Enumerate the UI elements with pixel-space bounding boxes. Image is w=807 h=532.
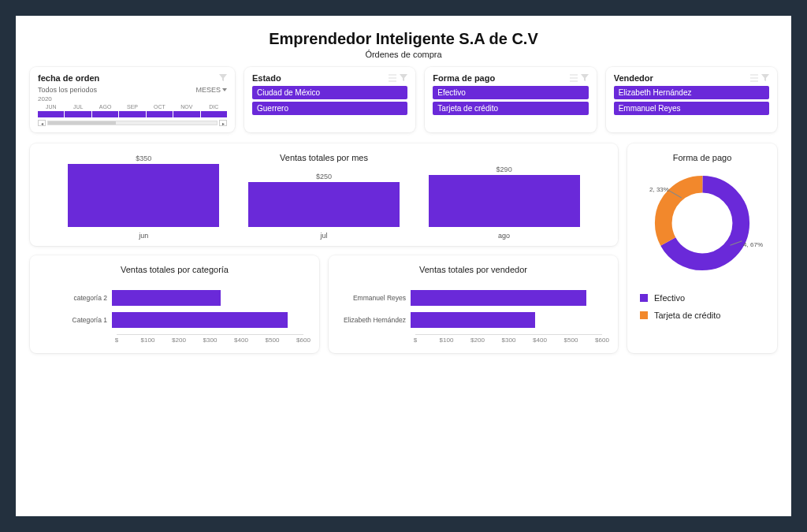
bar-rect	[248, 182, 400, 227]
filter-title: fecha de orden	[38, 73, 99, 83]
axis-tick: $100	[440, 337, 454, 344]
filter-value-pill[interactable]: Emmanuel Reyes	[614, 102, 769, 115]
hbar-rect	[411, 312, 535, 328]
hbar-label: Elizabeth Hernández	[340, 316, 411, 324]
month-bar	[201, 111, 227, 117]
month-bar	[65, 111, 91, 117]
bar-chart-area[interactable]: $350jun$250jul$290ago	[38, 169, 610, 240]
hbar-label: categoría 2	[41, 294, 112, 302]
hbar-rect	[411, 290, 586, 306]
month-cell[interactable]: DIC	[201, 104, 227, 117]
month-bar	[92, 111, 118, 117]
all-periods-label[interactable]: Todos los periodos	[38, 86, 97, 94]
timeline-scrollbar[interactable]: ◂ ▸	[38, 120, 227, 126]
month-label: OCT	[147, 104, 173, 110]
filter-estado[interactable]: Estado Ciudad de MéxicoGuerrero	[244, 67, 415, 132]
legend-item-tarjeta[interactable]: Tarjeta de crédito	[640, 311, 764, 320]
hbar-track	[112, 290, 303, 306]
month-label: JUL	[65, 104, 91, 110]
funnel-icon[interactable]	[581, 74, 589, 82]
axis-tick: $400	[533, 337, 547, 344]
hbar-row[interactable]: Emmanuel Reyes	[340, 290, 602, 306]
filter-value-pill[interactable]: Guerrero	[252, 102, 407, 115]
axis-tick: $300	[203, 337, 218, 344]
chart-ventas-por-vendedor: Ventas totales por vendedor Emmanuel Rey…	[329, 255, 618, 353]
axis-tick: $	[115, 337, 118, 344]
donut-legend: Efectivo Tarjeta de crédito	[635, 285, 769, 333]
scroll-left-button[interactable]: ◂	[38, 120, 46, 126]
bar-value-label: $250	[316, 173, 332, 180]
funnel-icon[interactable]	[219, 74, 227, 82]
month-label: SEP	[119, 104, 145, 110]
bar-value-label: $290	[496, 166, 512, 173]
hbar-chart-area[interactable]: categoría 2Categoría 1$$100$200$300$400$…	[38, 281, 311, 347]
filter-title: Forma de pago	[433, 73, 495, 83]
hbar-row[interactable]: categoría 2	[41, 290, 303, 306]
hbar-row[interactable]: Categoría 1	[41, 312, 303, 328]
axis-tick: $600	[595, 337, 609, 344]
month-cell[interactable]: OCT	[147, 104, 173, 117]
filter-title: Estado	[252, 73, 281, 83]
axis-tick: $	[414, 337, 417, 344]
month-cell[interactable]: NOV	[173, 104, 199, 117]
chart-ventas-por-mes: Ventas totales por mes $350jun$250jul$29…	[30, 143, 618, 246]
bar[interactable]: $290ago	[429, 166, 580, 240]
filters-row: fecha de orden Todos los periodos MESES …	[30, 67, 777, 132]
filter-value-pill[interactable]: Tarjeta de crédito	[433, 102, 588, 115]
charts-bottom-row: Ventas totales por categoría categoría 2…	[30, 255, 618, 353]
scroll-track[interactable]	[47, 121, 218, 125]
list-icon[interactable]	[570, 74, 578, 82]
month-bar	[173, 111, 199, 117]
filter-value-pill[interactable]: Efectivo	[433, 86, 588, 99]
axis-tick: $600	[296, 337, 311, 344]
filter-forma-de-pago[interactable]: Forma de pago EfectivoTarjeta de crédito	[425, 67, 596, 132]
filter-title: Vendedor	[614, 73, 653, 83]
legend-swatch-icon	[640, 311, 648, 319]
charts-grid: Ventas totales por mes $350jun$250jul$29…	[30, 143, 777, 353]
axis-tick: $300	[502, 337, 516, 344]
hbar-chart-area[interactable]: Emmanuel ReyesElizabeth Hernández$$100$2…	[337, 281, 610, 347]
month-cell[interactable]: JUN	[38, 104, 64, 117]
report-subtitle: Órdenes de compra	[30, 50, 777, 59]
chart-forma-de-pago-donut: Forma de pago 2, 33% 4, 67%	[627, 143, 777, 353]
month-timeline[interactable]: JUNJULAGOSEPOCTNOVDIC	[38, 104, 227, 117]
month-label: DIC	[201, 104, 227, 110]
filter-value-pill[interactable]: Elizabeth Hernández	[614, 86, 769, 99]
list-icon[interactable]	[750, 74, 758, 82]
donut-chart-area[interactable]: 2, 33% 4, 67%	[651, 172, 753, 274]
hbar-label: Emmanuel Reyes	[340, 294, 411, 302]
chart-title: Ventas totales por categoría	[38, 265, 311, 274]
x-axis: $$100$200$300$400$500$600	[415, 334, 602, 344]
funnel-icon[interactable]	[761, 74, 769, 82]
month-label: AGO	[92, 104, 118, 110]
hbar-row[interactable]: Elizabeth Hernández	[340, 312, 602, 328]
axis-tick: $400	[234, 337, 248, 344]
scroll-thumb[interactable]	[48, 121, 116, 125]
funnel-icon[interactable]	[400, 74, 407, 82]
hbar-rect	[112, 312, 288, 328]
filter-vendedor[interactable]: Vendedor Elizabeth HernándezEmmanuel Rey…	[606, 67, 777, 132]
scroll-right-button[interactable]: ▸	[219, 120, 227, 126]
filter-fecha-de-orden[interactable]: fecha de orden Todos los periodos MESES …	[30, 67, 235, 132]
hbar-track	[112, 312, 303, 328]
filter-values: EfectivoTarjeta de crédito	[433, 86, 588, 115]
company-title: Emprendedor Inteligente S.A de C.V	[30, 30, 777, 48]
list-icon[interactable]	[389, 74, 396, 82]
bar-value-label: $350	[136, 154, 151, 162]
legend-swatch-icon	[640, 294, 648, 302]
donut-label-efectivo: 4, 67%	[743, 241, 763, 248]
bar[interactable]: $250jul	[248, 173, 400, 240]
bar[interactable]: $350jun	[68, 154, 219, 240]
granularity-selector[interactable]: MESES	[195, 86, 227, 94]
month-cell[interactable]: SEP	[119, 104, 145, 117]
month-cell[interactable]: AGO	[92, 104, 118, 117]
bar-rect	[68, 164, 219, 227]
month-cell[interactable]: JUL	[65, 104, 91, 117]
legend-item-efectivo[interactable]: Efectivo	[640, 293, 764, 303]
chart-title: Forma de pago	[673, 153, 732, 162]
filter-value-pill[interactable]: Ciudad de México	[252, 86, 407, 99]
chevron-down-icon	[222, 88, 227, 91]
report-header: Emprendedor Inteligente S.A de C.V Órden…	[30, 30, 777, 59]
month-bar	[38, 111, 64, 117]
bar-category-label: jun	[139, 232, 148, 240]
